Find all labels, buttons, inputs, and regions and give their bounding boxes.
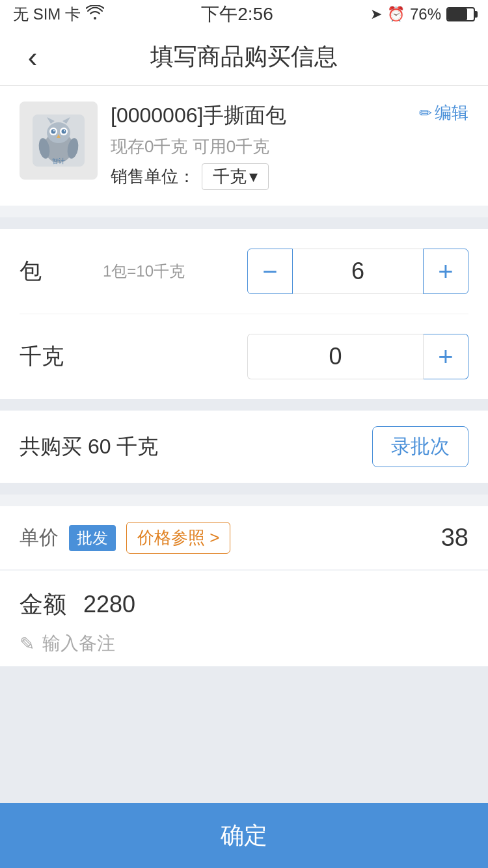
product-stock: 现存0千克 可用0千克 xyxy=(111,135,406,158)
remark-row[interactable]: ✎ 输入备注 xyxy=(20,631,468,656)
carrier-text: 无 SIM 卡 xyxy=(13,4,81,25)
amount-label: 金额 xyxy=(20,591,66,617)
kg-input-row: 千克 + xyxy=(20,314,468,399)
bao-plus-button[interactable]: + xyxy=(423,249,468,294)
chevron-down-icon: ▾ xyxy=(249,167,258,187)
svg-point-6 xyxy=(62,129,66,134)
input-section: 包 1包=10千克 − + 千克 + xyxy=(0,229,488,399)
page-title: 填写商品购买信息 xyxy=(150,41,338,73)
divider-2 xyxy=(0,399,488,411)
product-image: 智计 xyxy=(20,102,98,180)
status-bar: 无 SIM 卡 下午2:56 ➤ ⏰ 76% xyxy=(0,0,488,29)
pencil-icon: ✎ xyxy=(20,633,34,655)
divider-3 xyxy=(0,483,488,495)
kg-controls: + xyxy=(247,334,468,379)
price-type-tag: 批发 xyxy=(69,525,116,551)
confirm-button[interactable]: 确定 xyxy=(0,803,488,868)
divider-1 xyxy=(0,217,488,229)
kg-plus-button[interactable]: + xyxy=(423,334,468,379)
svg-point-8 xyxy=(64,130,65,131)
price-value: 38 xyxy=(441,524,468,552)
battery-icon xyxy=(446,7,475,21)
batch-button[interactable]: 录批次 xyxy=(372,426,468,467)
remark-placeholder: 输入备注 xyxy=(42,631,115,656)
amount-section: 金额 2280 ✎ 输入备注 xyxy=(0,571,488,666)
price-label: 单价 xyxy=(20,524,59,551)
back-button[interactable]: ‹ xyxy=(13,38,52,77)
bao-minus-button[interactable]: − xyxy=(247,249,293,294)
nav-bar: ‹ 填写商品购买信息 xyxy=(0,29,488,86)
bao-hint: 1包=10千克 xyxy=(103,261,247,282)
bao-controls: − + xyxy=(247,249,468,294)
svg-point-7 xyxy=(53,130,55,131)
unit-selector[interactable]: 千克 ▾ xyxy=(202,163,269,190)
location-icon: ➤ xyxy=(370,6,382,23)
status-left: 无 SIM 卡 xyxy=(13,4,104,25)
price-section: 单价 批发 价格参照 > 38 xyxy=(0,506,488,569)
amount-value: 2280 xyxy=(83,591,135,617)
product-section: 智计 [0000006]手撕面包 现存0千克 可用0千克 销售单位： 千克 ▾ … xyxy=(0,86,488,206)
kg-label: 千克 xyxy=(20,342,98,372)
bao-input[interactable] xyxy=(293,249,423,294)
status-right: ➤ ⏰ 76% xyxy=(370,5,475,23)
svg-text:智计: 智计 xyxy=(52,157,65,165)
product-info: [0000006]手撕面包 现存0千克 可用0千克 销售单位： 千克 ▾ xyxy=(111,102,406,190)
price-ref-button[interactable]: 价格参照 > xyxy=(126,522,230,554)
product-name: [0000006]手撕面包 xyxy=(111,102,406,130)
bao-input-row: 包 1包=10千克 − + xyxy=(20,229,468,314)
kg-input[interactable] xyxy=(247,334,423,379)
edit-icon: ✏ xyxy=(419,104,432,122)
wifi-icon xyxy=(86,5,104,23)
summary-section: 共购买 60 千克 录批次 xyxy=(0,411,488,483)
amount-row: 金额 2280 xyxy=(20,589,468,621)
edit-button[interactable]: ✏ 编辑 xyxy=(419,102,468,124)
status-time: 下午2:56 xyxy=(201,2,273,27)
product-unit: 销售单位： 千克 ▾ xyxy=(111,163,406,190)
alarm-icon: ⏰ xyxy=(387,6,405,23)
bao-label: 包 xyxy=(20,256,98,286)
svg-point-5 xyxy=(51,129,56,134)
summary-text: 共购买 60 千克 xyxy=(20,433,158,461)
battery-percent: 76% xyxy=(410,5,441,23)
